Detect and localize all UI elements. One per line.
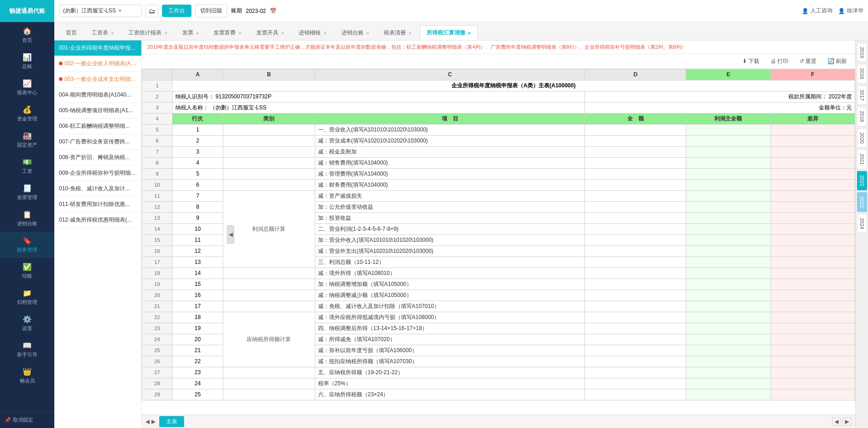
tab-payroll-report[interactable]: 工资统计报表 × xyxy=(122,25,174,40)
report-list-item-006[interactable]: 006-职工薪酬纳税调整明细... xyxy=(54,119,141,134)
calendar-icon[interactable]: 📅 xyxy=(270,8,277,14)
scroll-right-btn[interactable]: ▶ xyxy=(843,417,851,426)
col-diff-header: 差异 xyxy=(770,113,855,124)
tab-invoice-close[interactable]: × xyxy=(196,30,199,36)
report-list-item-001[interactable]: 001-企业所得税年度纳税申报... xyxy=(54,40,141,56)
workbench-button[interactable]: 工作台 xyxy=(162,5,191,17)
sheet-row-2: 2 纳税人识别号： 91320500703719732P 税款所属期间： 202… xyxy=(142,91,855,102)
scroll-left-btn[interactable]: ◀ xyxy=(832,417,841,426)
tab-purchase-check[interactable]: 进销稽核 × xyxy=(292,25,333,40)
sidebar-item-assets[interactable]: 💰 资金管理 xyxy=(0,101,54,127)
sidebar-item-settings[interactable]: ⚙️ 设置 xyxy=(0,310,54,337)
service-btn[interactable]: 👤 人工咨询 xyxy=(802,7,833,15)
sidebar-item-fixed[interactable]: 🏭 固定资产 xyxy=(0,127,54,153)
reset-button[interactable]: ↺ 重置 xyxy=(797,56,819,67)
sidebar-item-invoice[interactable]: 🧾 发票管理 xyxy=(0,179,54,205)
tax-icon: 🔖 xyxy=(23,236,32,245)
year-item-2024[interactable]: 2024 xyxy=(857,214,867,233)
year-item-2021[interactable]: 2021 xyxy=(857,149,867,169)
sidebar-item-purchase[interactable]: 📋 进销台账 xyxy=(0,205,54,232)
service-icon: 👤 xyxy=(802,8,809,14)
tab-purchase-ledger-close[interactable]: × xyxy=(366,30,369,36)
print-button[interactable]: 🖨 打印 xyxy=(768,56,791,67)
tab-payroll[interactable]: 工资表 × xyxy=(85,25,121,40)
spreadsheet[interactable]: A B C D E F 1 企业所得税年度纳税申报表（A类）主表(A100000… xyxy=(142,69,855,415)
download-button[interactable]: ⬇ 下载 xyxy=(740,56,762,67)
tab-payroll-report-close[interactable]: × xyxy=(164,30,167,36)
report-list-item-012[interactable]: 012-减免所得税优惠明细表(... xyxy=(54,212,141,228)
sidebar-item-archive[interactable]: 📁 归档管理 xyxy=(0,284,54,310)
main-area: (勿删）江西服宝-LSS ▼ 🗂 工作台 切到旧版 账期 2023-02 📅 👤… xyxy=(54,0,868,428)
sheet-row-1: 1 企业所得税年度纳税申报表（A类）主表(A100000) xyxy=(142,80,855,91)
prev-sheet-btn[interactable]: ◀ xyxy=(145,418,150,425)
sidebar-label-invoice: 发票管理 xyxy=(17,194,37,201)
sidebar-nav: 🏠 首页 📊 总账 📈 报表中心 💰 资金管理 🏭 固定资产 💵 工资 🧾 发票… xyxy=(0,22,54,411)
tab-purchase-check-close[interactable]: × xyxy=(324,30,326,36)
report-list-item-007[interactable]: 007-广告费和业务宣传费跨... xyxy=(54,134,141,150)
download-icon: ⬇ xyxy=(742,58,747,64)
year-item-2020[interactable]: 2020 xyxy=(857,128,867,148)
topbar: (勿删）江西服宝-LSS ▼ 🗂 工作台 切到旧版 账期 2023-02 📅 👤… xyxy=(54,0,868,22)
tab-income-tax[interactable]: 所得税汇算清缴 × xyxy=(420,25,478,40)
tab-invoice-issue-close[interactable]: × xyxy=(281,30,284,36)
sidebar-footer[interactable]: 📌 取消固定 xyxy=(0,411,54,428)
sidebar-label-reports: 报表中心 xyxy=(17,89,37,96)
year-item-2017[interactable]: 2017 xyxy=(857,86,867,105)
sidebar-item-guide[interactable]: 📖 新手引导 xyxy=(0,337,54,363)
sidebar-item-reports[interactable]: 📈 报表中心 xyxy=(0,74,54,101)
sidebar-item-tax[interactable]: 🔖 税务管理 xyxy=(0,232,54,258)
company-select[interactable]: (勿删）江西服宝-LSS ▼ xyxy=(59,5,142,17)
next-sheet-btn[interactable]: ▶ xyxy=(151,418,156,425)
report-list-item-011[interactable]: 011-研发费用加计扣除优惠... xyxy=(54,197,141,212)
year-item-2023[interactable]: 2023 xyxy=(857,192,867,211)
refresh-button[interactable]: 🔄 刷新 xyxy=(825,56,850,67)
reset-icon: ↺ xyxy=(799,58,804,64)
currency-cell: 金额单位：元 xyxy=(585,102,855,113)
year-item-2022[interactable]: 2022 xyxy=(857,171,867,190)
report-list-item-002[interactable]: 002-一般企业收入明细表(A1... xyxy=(54,56,141,72)
report-list-item-010[interactable]: 010-免税、减计收入及加计... xyxy=(54,181,141,197)
tab-invoice-calc-close[interactable]: × xyxy=(238,30,241,36)
spreadsheet-area: ◀ 2019年度步及取以前年度结转数据的申报表单元格需要手工维护正确，才能保证本… xyxy=(142,40,855,428)
report-list-item-003[interactable]: 003-一般企业成本支出明细... xyxy=(54,72,141,87)
sidebar-item-member[interactable]: 👑 畅会员 xyxy=(0,363,54,389)
taxpayer-id-label: 纳税人识别号： xyxy=(175,93,214,100)
download-label: 下载 xyxy=(748,57,759,65)
tab-home[interactable]: 首页 xyxy=(59,25,84,40)
tab-invoice-issue[interactable]: 发票开具 × xyxy=(249,25,291,40)
tab-payroll-close[interactable]: × xyxy=(111,30,114,36)
year-item-2018[interactable]: 2018 xyxy=(857,107,867,126)
sidebar: 畅捷通易代账 🏠 首页 📊 总账 📈 报表中心 💰 资金管理 🏭 固定资产 💵 … xyxy=(0,0,54,428)
sidebar-item-home[interactable]: 🏠 首页 xyxy=(0,22,54,48)
close-period-icon: ✅ xyxy=(23,263,32,271)
taxpayer-id-cell: 纳税人识别号： 91320500703719732P xyxy=(172,91,584,102)
report-list-item-008[interactable]: 008-资产折旧、摊销及纳税... xyxy=(54,150,141,165)
payroll-icon: 💵 xyxy=(23,158,32,166)
user-profile[interactable]: 👤 徐泽华 xyxy=(838,7,863,15)
username-label: 徐泽华 xyxy=(847,7,863,15)
tab-tax-list-close[interactable]: × xyxy=(409,30,411,36)
sheet-title: 企业所得税年度纳税申报表（A类）主表(A100000) xyxy=(172,80,855,91)
col-b-header: B xyxy=(223,69,315,80)
reset-label: 重置 xyxy=(805,57,816,65)
company-icon-btn[interactable]: 🗂 xyxy=(145,5,158,17)
tab-invoice[interactable]: 发票 × xyxy=(175,25,206,40)
tab-purchase-ledger[interactable]: 进销台账 × xyxy=(335,25,376,40)
tab-invoice-calc[interactable]: 发票算费 × xyxy=(207,25,248,40)
year-item-2016[interactable]: 2016 xyxy=(857,64,867,83)
sheet-bottom-tabs: ◀ ▶ 主表 ◀ ▶ xyxy=(142,415,855,428)
content-area: 001-企业所得税年度纳税申报... 002-一般企业收入明细表(A1... 0… xyxy=(54,40,868,428)
tab-tax-list[interactable]: 税表清册 × xyxy=(377,25,418,40)
year-item-2019[interactable]: 2019 xyxy=(857,43,867,62)
sheet-row-21: 21 17 减：免税、减计收入及加计扣除（填写A107010） xyxy=(142,301,855,312)
tab-income-tax-close[interactable]: × xyxy=(468,30,471,36)
report-list-item-004[interactable]: 004-期间费用明细表(A1040... xyxy=(54,87,141,103)
collapse-button[interactable]: ◀ xyxy=(227,225,234,244)
sheet-tab-main[interactable]: 主表 xyxy=(159,416,184,427)
sidebar-item-close[interactable]: ✅ 结账 xyxy=(0,258,54,284)
report-list-item-005[interactable]: 005-纳税调整项目明细表(A1... xyxy=(54,103,141,119)
report-list-item-009[interactable]: 009-企业所得税弥补亏损明细... xyxy=(54,165,141,181)
switch-version-button[interactable]: 切到旧版 xyxy=(195,4,227,17)
sidebar-item-ledger[interactable]: 📊 总账 xyxy=(0,48,54,74)
sidebar-item-payroll[interactable]: 💵 工资 xyxy=(0,153,54,179)
